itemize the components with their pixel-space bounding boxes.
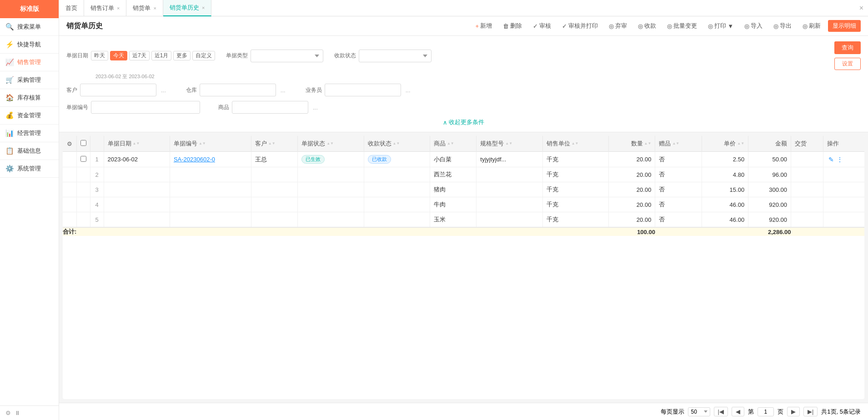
sidebar-item-search-menu[interactable]: 🔍 搜索菜单 — [0, 18, 59, 36]
row-operation[interactable] — [823, 182, 864, 197]
abandon-icon: ◎ — [609, 23, 614, 30]
row-operation[interactable] — [823, 197, 864, 212]
row-doc-no[interactable] — [170, 182, 251, 197]
import-button[interactable]: ◎ 导入 — [741, 20, 766, 31]
th-gift[interactable]: 赠品 ▲▼ — [655, 136, 702, 152]
th-quantity[interactable]: 数量 ▲▼ — [609, 136, 655, 152]
export-label: 导出 — [780, 22, 792, 30]
more-op-btn[interactable]: ⋮ — [837, 156, 843, 163]
filter-payment-select[interactable] — [359, 50, 431, 62]
collapse-filter-btn[interactable]: ∧ 收起更多条件 — [66, 118, 861, 126]
sidebar-item-basic-info[interactable]: 📋 基础信息 — [0, 142, 59, 160]
last-page-btn[interactable]: ▶| — [803, 407, 818, 416]
warehouse-ellipsis-btn[interactable]: ... — [279, 87, 287, 94]
date-yesterday-btn[interactable]: 昨天 — [91, 51, 108, 60]
tab-home[interactable]: 首页 — [59, 0, 84, 16]
product-ellipsis-btn[interactable]: ... — [311, 104, 320, 111]
sidebar-item-finance-mgmt[interactable]: 💰 资金管理 — [0, 107, 59, 125]
abandon-button[interactable]: ◎ 弃审 — [605, 20, 631, 31]
th-settings[interactable]: ⚙ — [63, 136, 76, 152]
delete-button[interactable]: 🗑 删除 — [499, 20, 526, 31]
row-checkbox-cell[interactable] — [76, 167, 90, 182]
th-customer-sort: 客户 ▲▼ — [255, 140, 276, 148]
th-doc-date[interactable]: 单据日期 ▲▼ — [104, 136, 170, 152]
row-operation[interactable] — [823, 212, 864, 228]
first-page-btn[interactable]: |◀ — [714, 407, 728, 416]
doc-no-link[interactable]: SA-20230602-0 — [174, 156, 215, 163]
th-spec[interactable]: 规格型号 ▲▼ — [477, 136, 542, 152]
sidebar-item-sales-mgmt[interactable]: 📈 销售管理 — [0, 54, 59, 71]
next-page-btn[interactable]: ▶ — [787, 407, 800, 416]
row-doc-no[interactable] — [170, 167, 251, 182]
row-quantity: 20.00 — [609, 182, 655, 197]
date-7days-btn[interactable]: 近7天 — [129, 51, 150, 60]
display-detail-button[interactable]: 显示明细 — [828, 20, 861, 32]
filter-product-label: 商品 — [218, 104, 229, 111]
batch-change-button[interactable]: ◎ 批量变更 — [663, 20, 701, 31]
sidebar-item-quick-nav[interactable]: ⚡ 快捷导航 — [0, 36, 59, 54]
filter-salesperson-input[interactable] — [325, 84, 401, 96]
row-doc-no[interactable] — [170, 197, 251, 212]
close-all-tabs-btn[interactable]: × — [855, 4, 868, 12]
customer-sort-icon: ▲▼ — [268, 142, 276, 145]
export-button[interactable]: ◎ 导出 — [770, 20, 795, 31]
row-checkbox-cell[interactable] — [76, 197, 90, 212]
audit-button[interactable]: ✓ 审核 — [529, 20, 555, 31]
sidebar-item-inventory-calc[interactable]: 🏠 库存核算 — [0, 89, 59, 107]
th-product[interactable]: 商品 ▲▼ — [430, 136, 476, 152]
sidebar-item-purchase-mgmt[interactable]: 🛒 采购管理 — [0, 71, 59, 89]
print-button[interactable]: ◎ 打印 ▼ — [704, 20, 737, 31]
tab-sales-delivery[interactable]: 销货单 × — [126, 0, 163, 16]
row-checkbox-cell[interactable] — [76, 182, 90, 197]
row-operation[interactable]: ✎⋮ — [823, 152, 864, 167]
th-customer[interactable]: 客户 ▲▼ — [251, 136, 297, 152]
row-doc-no[interactable] — [170, 212, 251, 228]
filter-product-input[interactable] — [232, 101, 308, 114]
close-sales-history-icon[interactable]: × — [202, 5, 205, 10]
gift-sort-icon: ▲▼ — [672, 142, 679, 145]
customer-ellipsis-btn[interactable]: ... — [159, 87, 168, 94]
inventory-calc-icon: 🏠 — [5, 94, 14, 102]
filter-customer-input[interactable] — [80, 84, 156, 96]
row-checkbox-cell[interactable] — [76, 152, 90, 167]
filter-doctype-select[interactable] — [251, 50, 323, 62]
date-custom-btn[interactable]: 自定义 — [192, 51, 215, 60]
query-button[interactable]: 查询 — [834, 41, 861, 54]
per-page-select[interactable]: 50 100 — [688, 407, 710, 416]
th-doc-status[interactable]: 单据状态 ▲▼ — [298, 136, 364, 152]
salesperson-ellipsis-btn[interactable]: ... — [404, 87, 412, 94]
row-checkbox-cell[interactable] — [76, 212, 90, 228]
audit-print-button[interactable]: ✓ 审核并打印 — [558, 20, 602, 31]
th-doc-no[interactable]: 单据编号 ▲▼ — [170, 136, 251, 152]
refresh-button[interactable]: ◎ 刷新 — [799, 20, 824, 31]
tab-sales-history[interactable]: 销货单历史 × — [163, 0, 211, 16]
tab-sales-order[interactable]: 销售订单 × — [84, 0, 126, 16]
sidebar-item-system-mgmt[interactable]: ⚙️ 系统管理 — [0, 160, 59, 178]
collect-icon: ◎ — [638, 23, 643, 30]
row-quantity: 20.00 — [609, 152, 655, 167]
collect-button[interactable]: ◎ 收款 — [634, 20, 660, 31]
row-doc-no[interactable]: SA-20230602-0 — [170, 152, 251, 167]
total-row: 合计: 100.00 2,286.00 — [63, 227, 864, 236]
th-payment-status[interactable]: 收款状态 ▲▼ — [364, 136, 430, 152]
prev-page-btn[interactable]: ◀ — [732, 407, 744, 416]
th-sale-unit[interactable]: 销售单位 ▲▼ — [542, 136, 608, 152]
th-unit-price[interactable]: 单价 ▲▼ — [702, 136, 748, 152]
date-more-btn[interactable]: 更多 — [173, 51, 191, 60]
close-sales-order-icon[interactable]: × — [117, 5, 120, 11]
table-row: 5 玉米 千克 20.00 否 46.00 920.00 — [63, 212, 864, 228]
select-all-checkbox[interactable] — [80, 140, 86, 146]
page-input[interactable]: 1 — [758, 407, 774, 416]
new-button[interactable]: + 新增 — [472, 20, 496, 31]
row-operation[interactable] — [823, 167, 864, 182]
close-sales-delivery-icon[interactable]: × — [153, 5, 156, 11]
row-checkbox[interactable] — [80, 156, 86, 162]
edit-op-btn[interactable]: ✎ — [828, 156, 834, 163]
sidebar-item-biz-mgmt[interactable]: 📊 经营管理 — [0, 125, 59, 142]
filter-warehouse-input[interactable] — [200, 84, 276, 96]
setting-button[interactable]: 设置 — [834, 58, 861, 70]
date-1month-btn[interactable]: 近1月 — [151, 51, 172, 60]
th-checkbox[interactable] — [76, 136, 90, 152]
date-today-btn[interactable]: 今天 — [110, 51, 127, 60]
filter-docno-input[interactable] — [91, 101, 200, 114]
